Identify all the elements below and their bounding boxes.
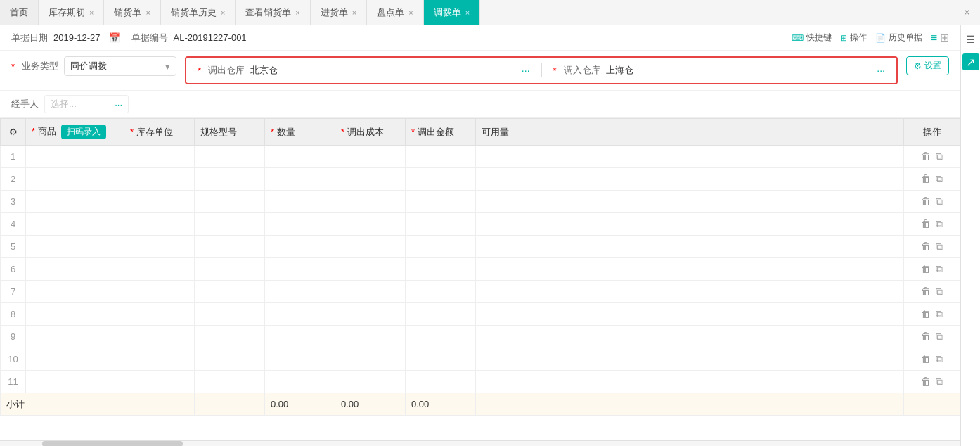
row-unit-9[interactable] [124, 326, 195, 348]
copy-icon-10[interactable]: ⧉ [936, 353, 943, 364]
copy-icon-5[interactable]: ⧉ [936, 241, 943, 252]
delete-icon-1[interactable]: 🗑 [921, 151, 931, 162]
copy-icon-11[interactable]: ⧉ [936, 376, 943, 387]
row-cost-1[interactable] [335, 146, 406, 168]
tab-sales-order-close[interactable]: × [146, 8, 150, 17]
row-cost-9[interactable] [335, 326, 406, 348]
row-cost-2[interactable] [335, 168, 406, 191]
tab-transfer-close[interactable]: × [465, 8, 470, 17]
row-available-7[interactable] [476, 281, 904, 303]
row-available-3[interactable] [476, 191, 904, 213]
business-type-select[interactable]: 同价调拨 ▾ [64, 56, 176, 76]
grid-view-icon[interactable]: ⊞ [940, 31, 949, 44]
delete-icon-6[interactable]: 🗑 [921, 263, 931, 274]
row-available-8[interactable] [476, 303, 904, 326]
row-amount-10[interactable] [406, 348, 476, 371]
row-cost-8[interactable] [335, 303, 406, 326]
scan-button[interactable]: 扫码录入 [61, 125, 106, 139]
tab-sales-history[interactable]: 销货单历史 × [161, 0, 236, 25]
row-spec-10[interactable] [195, 348, 265, 371]
row-unit-6[interactable] [124, 258, 195, 281]
tab-sales-history-close[interactable]: × [221, 8, 225, 17]
row-spec-4[interactable] [195, 213, 265, 236]
row-cost-6[interactable] [335, 258, 406, 281]
sidebar-list-icon[interactable]: ☰ [962, 31, 979, 48]
tab-sales-order[interactable]: 销货单 × [104, 0, 160, 25]
row-unit-2[interactable] [124, 168, 195, 191]
row-product-4[interactable] [26, 213, 124, 236]
row-qty-3[interactable] [265, 191, 335, 213]
delete-icon-7[interactable]: 🗑 [921, 286, 931, 297]
tab-home[interactable]: 首页 [0, 0, 39, 25]
row-amount-3[interactable] [406, 191, 476, 213]
row-cost-7[interactable] [335, 281, 406, 303]
copy-icon-9[interactable]: ⧉ [936, 331, 943, 342]
row-cost-4[interactable] [335, 213, 406, 236]
row-unit-1[interactable] [124, 146, 195, 168]
row-spec-3[interactable] [195, 191, 265, 213]
tab-view-sales-close[interactable]: × [295, 8, 299, 17]
row-amount-9[interactable] [406, 326, 476, 348]
row-available-1[interactable] [476, 146, 904, 168]
row-product-8[interactable] [26, 303, 124, 326]
row-product-6[interactable] [26, 258, 124, 281]
delete-icon-11[interactable]: 🗑 [921, 376, 931, 387]
row-available-9[interactable] [476, 326, 904, 348]
row-qty-9[interactable] [265, 326, 335, 348]
row-qty-4[interactable] [265, 213, 335, 236]
row-spec-7[interactable] [195, 281, 265, 303]
row-qty-6[interactable] [265, 258, 335, 281]
row-amount-6[interactable] [406, 258, 476, 281]
row-product-5[interactable] [26, 236, 124, 258]
row-amount-5[interactable] [406, 236, 476, 258]
row-available-5[interactable] [476, 236, 904, 258]
list-view-icon[interactable]: ≡ [931, 32, 937, 44]
row-spec-5[interactable] [195, 236, 265, 258]
operations-button[interactable]: ⊞ 操作 [840, 32, 867, 44]
view-toggle[interactable]: ≡ ⊞ [931, 31, 949, 44]
row-product-9[interactable] [26, 326, 124, 348]
tab-inventory-check-close[interactable]: × [408, 8, 413, 17]
copy-icon-1[interactable]: ⧉ [936, 151, 943, 162]
handler-select[interactable]: 选择... ··· [44, 95, 129, 113]
row-amount-4[interactable] [406, 213, 476, 236]
row-available-2[interactable] [476, 168, 904, 191]
row-cost-11[interactable] [335, 371, 406, 393]
row-unit-5[interactable] [124, 236, 195, 258]
history-button[interactable]: 📄 历史单据 [875, 32, 922, 44]
row-qty-5[interactable] [265, 236, 335, 258]
settings-button[interactable]: ⚙ 设置 [906, 56, 949, 75]
row-available-6[interactable] [476, 258, 904, 281]
copy-icon-4[interactable]: ⧉ [936, 218, 943, 229]
row-product-10[interactable] [26, 348, 124, 371]
tab-transfer[interactable]: 调拨单 × [424, 0, 480, 25]
row-unit-10[interactable] [124, 348, 195, 371]
row-cost-10[interactable] [335, 348, 406, 371]
copy-icon-8[interactable]: ⧉ [936, 308, 943, 319]
row-amount-2[interactable] [406, 168, 476, 191]
row-cost-3[interactable] [335, 191, 406, 213]
row-qty-8[interactable] [265, 303, 335, 326]
row-spec-11[interactable] [195, 371, 265, 393]
row-qty-2[interactable] [265, 168, 335, 191]
row-product-2[interactable] [26, 168, 124, 191]
horizontal-scrollbar-area[interactable] [0, 440, 960, 446]
row-available-10[interactable] [476, 348, 904, 371]
sidebar-export-icon[interactable]: ↗ [962, 53, 979, 70]
calendar-icon[interactable]: 📅 [109, 32, 120, 43]
row-available-4[interactable] [476, 213, 904, 236]
row-qty-7[interactable] [265, 281, 335, 303]
shortcuts-button[interactable]: ⌨ 快捷键 [792, 32, 832, 44]
delete-icon-2[interactable]: 🗑 [921, 173, 931, 184]
row-spec-1[interactable] [195, 146, 265, 168]
row-qty-10[interactable] [265, 348, 335, 371]
row-spec-2[interactable] [195, 168, 265, 191]
row-product-1[interactable] [26, 146, 124, 168]
delete-icon-5[interactable]: 🗑 [921, 241, 931, 252]
row-spec-8[interactable] [195, 303, 265, 326]
row-amount-7[interactable] [406, 281, 476, 303]
row-unit-8[interactable] [124, 303, 195, 326]
copy-icon-2[interactable]: ⧉ [936, 173, 943, 184]
tab-inventory-init[interactable]: 库存期初 × [39, 0, 104, 25]
row-product-11[interactable] [26, 371, 124, 393]
